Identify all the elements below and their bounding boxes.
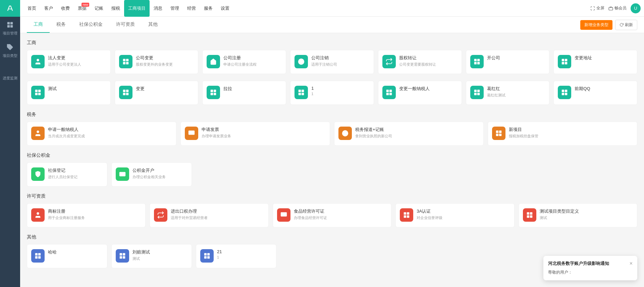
grid-icon — [5, 20, 15, 29]
svg-point-62 — [37, 212, 39, 215]
nav-ticket[interactable]: 票据 new — [74, 0, 91, 17]
card-name-legal-change: 法人变更 — [48, 55, 106, 61]
nav-industry[interactable]: 工商项目 — [124, 0, 150, 17]
card-company-cancel[interactable]: 公司注销 适用于注销公司 — [290, 50, 374, 74]
card-change[interactable]: 变更 — [115, 81, 199, 105]
card-desc-test-type: 测试 — [540, 215, 633, 220]
card-change-address[interactable]: 变更地址 — [553, 50, 637, 74]
card-food-license[interactable]: 食品经营许可证 办理食品经营许可证 — [273, 203, 391, 227]
card-desc-company-cancel: 适用于注销公司 — [311, 62, 370, 67]
card-front-qq[interactable]: 前期QQ — [553, 81, 637, 105]
card-liupei-test[interactable]: 刘赔测试 测试 — [111, 244, 192, 268]
card-icon-company-cancel — [294, 55, 308, 68]
card-name-apply-tax: 申请一般纳税人 — [48, 127, 172, 133]
card-new-project[interactable]: 新项目 报税加税控盘保管 — [488, 122, 637, 146]
new-type-button[interactable]: 新增业务类型 — [580, 20, 612, 30]
svg-rect-19 — [474, 62, 476, 64]
sidebar-item-project-mgmt[interactable]: 项目管理 — [0, 17, 20, 39]
notification-popup: 河北税务数字账户升级影响通知 × 尊敬的用户： — [543, 256, 637, 280]
card-legal-change[interactable]: 法人变更 适用于公司变更法人 — [27, 50, 111, 74]
nav-settings[interactable]: 设置 — [217, 0, 233, 17]
svg-rect-59 — [499, 134, 501, 136]
vip-btn[interactable]: 畅会员 — [608, 5, 627, 11]
nav-tax[interactable]: 报税 — [107, 0, 124, 17]
svg-rect-37 — [299, 90, 301, 92]
svg-rect-75 — [38, 256, 41, 259]
svg-rect-51 — [562, 93, 564, 95]
card-apply-tax[interactable]: 申请一般纳税人 当月或次月成变更完成 — [27, 122, 176, 146]
card-social-register[interactable]: 社保登记 进行人员社保登记 — [27, 162, 107, 187]
tabs-left: 工商 税务 社保公积金 许可资质 其他 — [27, 17, 164, 33]
svg-rect-76 — [120, 253, 122, 256]
card-lala[interactable]: 拉拉 — [202, 81, 286, 105]
svg-rect-29 — [123, 90, 125, 92]
svg-rect-73 — [38, 253, 41, 256]
sidebar-item-project-type[interactable]: 项目类型 — [0, 39, 20, 62]
card-haha[interactable]: 哈哈 — [27, 244, 107, 268]
tab-other[interactable]: 其他 — [142, 17, 164, 33]
card-name-change-tax: 变更一般纳税人 — [399, 86, 458, 92]
refresh-button[interactable]: 刷新 — [615, 20, 637, 30]
card-3a-cert[interactable]: 3A认证 对企业信誉评级 — [395, 203, 514, 227]
card-icon-num21 — [200, 249, 214, 263]
sidebar-item-progress[interactable]: 进度监测 — [0, 62, 20, 84]
tab-tax[interactable]: 税务 — [50, 17, 72, 33]
card-test[interactable]: 测试 — [27, 81, 111, 105]
card-icon-company-change — [119, 55, 132, 68]
card-name-company-change: 公司变更 — [136, 55, 194, 61]
card-num21[interactable]: 21 1 — [196, 244, 276, 268]
card-name-open-company: 开公司 — [487, 55, 545, 61]
nav-service[interactable]: 服务 — [200, 0, 217, 17]
fullscreen-btn[interactable]: 全屏 — [590, 5, 604, 11]
tabs-right: 新增业务类型 刷新 — [580, 20, 637, 30]
card-ge-hong-hong[interactable]: 葛红红 葛红红测试 — [466, 81, 550, 105]
card-num1[interactable]: 1 1 — [290, 81, 374, 105]
card-import-export[interactable]: 进出口权办理 适用于对外贸易经营者 — [150, 203, 268, 227]
card-icon-haha — [31, 249, 45, 263]
card-icon-change-address — [558, 55, 571, 68]
nav-operation[interactable]: 经营 — [183, 0, 200, 17]
card-trademark[interactable]: 商标注册 用于企业商标注册服务 — [27, 203, 146, 227]
nav-management[interactable]: 管理 — [166, 0, 183, 17]
card-name-lala: 拉拉 — [223, 86, 282, 92]
card-icon-legal-change — [31, 55, 45, 68]
nav-message[interactable]: 消息 — [150, 0, 166, 17]
card-icon-equity-transfer — [382, 55, 396, 68]
card-desc-trademark: 用于企业商标注册服务 — [48, 215, 141, 220]
card-open-company[interactable]: 开公司 — [466, 50, 550, 74]
card-tax-report[interactable]: 税务报道+记账 拿到营业执照的新公司 — [334, 122, 484, 146]
card-fund-account[interactable]: 公积金开户 办理公积金相关业务 — [111, 162, 192, 187]
card-name-num21: 21 — [217, 249, 272, 254]
tab-industry[interactable]: 工商 — [27, 17, 50, 33]
license-cards: 商标注册 用于企业商标注册服务 进出口权办理 适用于对外贸易经营者 — [27, 203, 637, 227]
svg-rect-71 — [530, 215, 532, 218]
svg-rect-48 — [477, 93, 479, 95]
svg-rect-12 — [126, 59, 128, 61]
main-area: 首页 客户 收费 票据 new 记账 报税 工商项目 消息 管理 经营 — [20, 0, 644, 287]
svg-rect-80 — [204, 253, 207, 256]
nav-client[interactable]: 客户 — [40, 0, 57, 17]
card-desc-num1: 1 — [311, 92, 370, 96]
avatar[interactable]: U — [631, 3, 641, 13]
card-test-type[interactable]: 测试项目类型目定义 测试 — [519, 203, 637, 227]
notif-close-button[interactable]: × — [630, 261, 633, 267]
svg-rect-58 — [496, 134, 498, 136]
section-title-other: 其他 — [27, 234, 637, 240]
tab-license[interactable]: 许可资质 — [109, 17, 142, 33]
section-title-tax: 税务 — [27, 112, 637, 118]
card-icon-change-tax — [382, 86, 396, 99]
card-equity-transfer[interactable]: 股权转让 公司变更需要股权转让 — [378, 50, 462, 74]
nav-home[interactable]: 首页 — [23, 0, 40, 17]
card-icon-3a-cert — [400, 208, 413, 222]
svg-rect-26 — [38, 90, 41, 92]
card-company-change[interactable]: 公司变更 股权变更外的业务变更 — [115, 50, 199, 74]
notif-body: 尊敬的用户： — [548, 269, 633, 276]
card-icon-test — [31, 86, 45, 99]
card-company-register[interactable]: 公司注册 申请公司注册全流程 — [202, 50, 286, 74]
card-change-tax[interactable]: 变更一般纳税人 — [378, 81, 462, 105]
nav-billing[interactable]: 收费 — [57, 0, 74, 17]
tab-social-fund[interactable]: 社保公积金 — [72, 17, 109, 33]
nav-bookkeeping[interactable]: 记账 — [91, 0, 107, 17]
card-apply-invoice[interactable]: 申请发票 办理申请发票业务 — [180, 122, 330, 146]
svg-rect-66 — [404, 215, 406, 218]
